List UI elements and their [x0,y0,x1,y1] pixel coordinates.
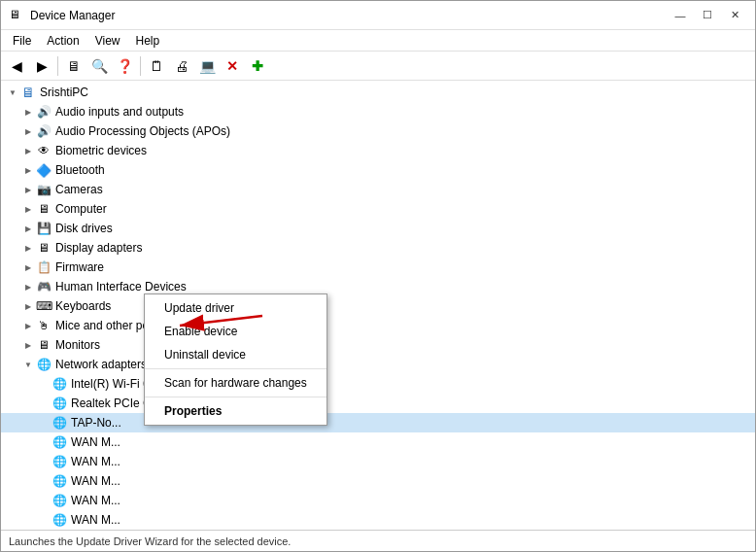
bluetooth-icon: 🔷 [36,162,52,178]
computer-icon: 🖥 [36,201,52,217]
item-label-apo: Audio Processing Objects (APOs) [55,124,230,138]
toolbar-forward[interactable]: ▶ [30,54,53,78]
list-item[interactable]: ▶ ⌨ Keyboards [1,296,755,316]
expander-apo[interactable]: ▶ [20,123,36,139]
item-label-wan2: WAN M... [71,455,120,468]
list-item[interactable]: 🌐 WAN M... [1,432,755,452]
toolbar-search[interactable]: 🔍 [87,54,111,78]
item-label-hid: Human Interface Devices [55,280,187,293]
toolbar-delete[interactable]: ✕ [221,54,244,78]
close-button[interactable]: ✕ [722,6,747,25]
realtek-icon: 🌐 [52,396,67,411]
expander-audio[interactable]: ▶ [20,104,36,120]
mice-icon: 🖱 [36,318,52,333]
item-label-bio: Biometric devices [55,144,147,157]
list-item[interactable]: ▶ 💾 Disk drives [1,219,755,238]
item-label-disk: Disk drives [55,222,113,235]
status-text: Launches the Update Driver Wizard for th… [9,535,291,547]
toolbar-laptop[interactable]: 💻 [195,54,219,78]
expander-fw[interactable]: ▶ [20,259,36,275]
list-item[interactable]: ▶ 🔊 Audio inputs and outputs [1,102,755,121]
list-item[interactable]: ▶ 👁 Biometric devices [1,141,755,160]
wan4-icon: 🌐 [52,493,67,508]
toolbar-back[interactable]: ◀ [5,54,28,78]
title-bar: 🖥 Device Manager — ☐ ✕ [1,1,755,30]
ctx-update-driver[interactable]: Update driver [145,296,326,320]
item-label-network: Network adapters [55,358,147,371]
list-item[interactable]: 🌐 WAN M... [1,510,755,530]
window-title: Device Manager [30,9,115,22]
wan2-icon: 🌐 [52,454,67,469]
item-label-bluetooth: Bluetooth [55,163,105,177]
expander-net[interactable]: ▼ [20,357,36,372]
list-item[interactable]: 🌐 WAN M... [1,491,755,510]
list-item[interactable]: ▶ 🔊 Audio Processing Objects (APOs) [1,121,755,141]
menu-action[interactable]: Action [39,32,86,49]
list-item[interactable]: ▶ 🖥 Display adapters [1,238,755,258]
list-item[interactable]: ▶ 📋 Firmware [1,258,755,277]
menu-help[interactable]: Help [128,32,168,49]
item-label-keyboards: Keyboards [55,299,111,313]
expander-cam[interactable]: ▶ [20,182,36,197]
item-label-computer: Computer [55,202,107,216]
expander-kb[interactable]: ▶ [20,298,36,314]
list-item[interactable]: 🌐 Realtek PCIe GbE Family Controller #2 [1,394,755,413]
list-item[interactable]: 🌐 Intel(R) Wi-Fi 6 AX201 160MHz [1,374,755,394]
toolbar-computer[interactable]: 🖥 [62,54,86,78]
biometric-icon: 👁 [36,143,52,158]
expander-bio[interactable]: ▶ [20,143,36,158]
maximize-button[interactable]: ☐ [695,6,720,25]
minimize-button[interactable]: — [668,6,693,25]
list-item[interactable]: ▶ 🖥 Monitors [1,335,755,355]
list-item[interactable]: 🌐 WAN M... [1,452,755,471]
expander-mice[interactable]: ▶ [20,318,36,333]
toolbar-sep1 [57,56,58,76]
expander-mon[interactable]: ▶ [20,337,36,353]
tree-root[interactable]: ▼ 🖥 SrishtiPC [1,83,755,102]
keyboard-icon: ⌨ [36,298,52,314]
expander-comp[interactable]: ▶ [20,201,36,217]
network-icon: 🌐 [36,357,52,372]
expander-hid[interactable]: ▶ [20,279,36,294]
root-icon: 🖥 [20,85,36,100]
tree-view[interactable]: ▼ 🖥 SrishtiPC ▶ 🔊 Audio inputs and outpu… [1,81,755,530]
root-expander[interactable]: ▼ [5,85,20,100]
list-item[interactable]: ▼ 🌐 Network adapters [1,355,755,374]
app-icon: 🖥 [9,8,24,23]
list-item[interactable]: 🌐 WAN M... [1,471,755,491]
list-item[interactable]: ▶ 🎮 Human Interface Devices [1,277,755,296]
expander-disk[interactable]: ▶ [20,221,36,236]
item-label-audio: Audio inputs and outputs [55,105,184,119]
list-item[interactable]: ▶ 🖥 Computer [1,199,755,219]
list-item[interactable]: ▶ 📷 Cameras [1,180,755,199]
toolbar-notes[interactable]: 🗒 [145,54,168,78]
firmware-icon: 📋 [36,259,52,275]
apo-icon: 🔊 [36,123,52,139]
ctx-properties[interactable]: Properties [145,399,326,423]
item-label-display: Display adapters [55,241,142,255]
item-label-wan1: WAN M... [71,435,120,449]
list-item[interactable]: ▶ 🔷 Bluetooth [1,160,755,180]
ctx-sep2 [145,397,326,397]
item-label-wan5: WAN M... [71,513,120,527]
disk-icon: 💾 [36,221,52,236]
status-bar: Launches the Update Driver Wizard for th… [1,530,755,551]
toolbar-print[interactable]: 🖨 [170,54,193,78]
expander-display[interactable]: ▶ [20,240,36,256]
ctx-scan-hardware[interactable]: Scan for hardware changes [145,371,326,395]
menu-view[interactable]: View [87,32,128,49]
list-item[interactable]: ▶ 🖱 Mice and other pointing devices [1,316,755,335]
toolbar-help[interactable]: ❓ [113,54,136,78]
toolbar-add[interactable]: ✚ [246,54,269,78]
item-label-wan4: WAN M... [71,494,120,507]
ctx-sep1 [145,368,326,369]
item-label-firmware: Firmware [55,260,104,274]
menu-bar: File Action View Help [1,30,755,52]
expander-bt[interactable]: ▶ [20,162,36,178]
menu-file[interactable]: File [5,32,39,49]
tree-item-tap[interactable]: 🌐 TAP-No... [1,413,755,432]
item-label-tap: TAP-No... [71,416,121,430]
ctx-uninstall-device[interactable]: Uninstall device [145,343,326,366]
ctx-enable-device[interactable]: Enable device [145,320,326,343]
wan3-icon: 🌐 [52,473,67,489]
